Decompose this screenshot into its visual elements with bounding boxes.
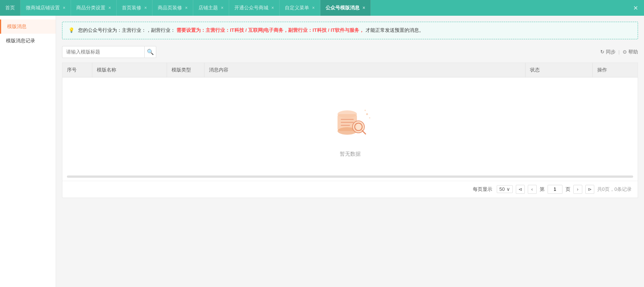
- page-size-select[interactable]: 50 ∨: [497, 185, 512, 193]
- sidebar: 模版消息 模版消息记录: [0, 16, 56, 287]
- tab-custom-menu-close[interactable]: ×: [312, 5, 315, 10]
- col-header-name: 模版名称: [92, 63, 167, 77]
- help-button[interactable]: ⊙ 帮助: [623, 49, 638, 55]
- sync-label: 同步: [606, 49, 616, 55]
- page-number-input[interactable]: [548, 185, 563, 194]
- tab-home-label: 首页: [5, 4, 15, 11]
- total-info: 共0页，0条记录: [597, 186, 632, 193]
- notice-box: 💡 您的公众号行业为：主营行业：，副营行业： 需要设置为：主营行业：IT科技 /…: [62, 22, 638, 39]
- sidebar-item-template-record[interactable]: 模版消息记录: [0, 34, 56, 48]
- tab-open-mall-close[interactable]: ×: [271, 5, 274, 10]
- notice-suffix: 才能正常发送预置的消息。: [366, 27, 424, 33]
- tab-open-mall[interactable]: 开通公众号商城 ×: [229, 0, 280, 16]
- help-icon: ⊙: [623, 49, 627, 55]
- scrollbar-area[interactable]: [62, 172, 638, 181]
- svg-point-11: [364, 110, 366, 111]
- tab-store-settings-label: 微商城店铺设置: [26, 4, 60, 11]
- tab-category-settings[interactable]: 商品分类设置 ×: [71, 0, 117, 16]
- svg-line-8: [362, 131, 366, 134]
- search-bar: 🔍 ↻ 同步 | ⊙ 帮助: [62, 46, 638, 58]
- tab-home-decor-close[interactable]: ×: [144, 5, 147, 10]
- tab-home[interactable]: 首页: [0, 0, 21, 16]
- table-header: 序号 模版名称 模版类型 消息内容 状态 操作: [62, 63, 638, 77]
- main-layout: 模版消息 模版消息记录 💡 您的公众号行业为：主营行业：，副营行业： 需要设置为…: [0, 16, 644, 287]
- sync-icon: ↻: [600, 49, 604, 55]
- tab-store-settings[interactable]: 微商城店铺设置 ×: [21, 0, 71, 16]
- search-right: ↻ 同步 | ⊙ 帮助: [600, 49, 638, 55]
- sidebar-item-template-message-label: 模版消息: [7, 24, 27, 29]
- page-unit: 页: [566, 186, 570, 193]
- empty-state: 暂无数据: [62, 77, 638, 172]
- search-input[interactable]: [62, 46, 144, 58]
- tab-custom-menu[interactable]: 自定义菜单 ×: [280, 0, 320, 16]
- tab-home-decor[interactable]: 首页装修 ×: [117, 0, 152, 16]
- empty-text: 暂无数据: [340, 151, 361, 158]
- tab-store-theme[interactable]: 店铺主题 ×: [193, 0, 229, 16]
- tab-store-theme-label: 店铺主题: [198, 4, 218, 11]
- page-label-first: 第: [540, 186, 545, 193]
- sidebar-item-template-record-label: 模版消息记录: [6, 38, 35, 43]
- sidebar-item-template-message[interactable]: 模版消息: [0, 19, 56, 34]
- tab-product-decor-label: 商品页装修: [158, 4, 182, 11]
- tab-store-theme-close[interactable]: ×: [221, 5, 224, 10]
- empty-illustration: [328, 100, 373, 145]
- search-button[interactable]: 🔍: [144, 46, 156, 58]
- divider: |: [619, 49, 620, 55]
- first-page-button[interactable]: ⊲: [516, 185, 525, 194]
- col-header-type: 模版类型: [167, 63, 204, 77]
- search-left: 🔍: [62, 46, 156, 58]
- tab-bar: 首页 微商城店铺设置 × 商品分类设置 × 首页装修 × 商品页装修 × 店铺主…: [0, 0, 644, 16]
- next-page-button[interactable]: ›: [573, 185, 582, 194]
- pagination: 每页显示 50 ∨ ⊲ ‹ 第 页 › ⊳ 共0页，0条记录: [62, 181, 638, 198]
- tab-category-settings-close[interactable]: ×: [108, 5, 111, 10]
- sync-button[interactable]: ↻ 同步: [600, 49, 616, 55]
- prev-page-button[interactable]: ‹: [528, 185, 537, 194]
- col-header-content: 消息内容: [204, 63, 526, 77]
- search-icon: 🔍: [147, 49, 154, 55]
- tab-home-decor-label: 首页装修: [122, 4, 141, 11]
- tab-category-settings-label: 商品分类设置: [76, 4, 105, 11]
- last-page-button[interactable]: ⊳: [585, 185, 594, 194]
- page-size-dropdown-icon: ∨: [506, 186, 510, 192]
- tab-product-decor-close[interactable]: ×: [185, 5, 188, 10]
- col-header-seq: 序号: [62, 63, 92, 77]
- tab-product-decor[interactable]: 商品页装修 ×: [152, 0, 193, 16]
- svg-point-9: [366, 113, 368, 115]
- page-size-value: 50: [499, 186, 505, 192]
- notice-prefix: 您的公众号行业为：主营行业：，副营行业：: [78, 27, 175, 33]
- bulb-icon: 💡: [68, 27, 74, 33]
- tab-template-message-label: 公众号模版消息: [326, 4, 360, 11]
- svg-point-10: [369, 117, 370, 119]
- tab-bar-close-all[interactable]: ✕: [627, 4, 644, 12]
- tab-open-mall-label: 开通公众号商城: [234, 4, 268, 11]
- data-table: 序号 模版名称 模版类型 消息内容 状态 操作: [62, 62, 638, 198]
- content-area: 💡 您的公众号行业为：主营行业：，副营行业： 需要设置为：主营行业：IT科技 /…: [56, 16, 644, 287]
- page-size-label: 每页显示: [473, 186, 492, 193]
- tab-template-message[interactable]: 公众号模版消息 ×: [320, 0, 371, 16]
- col-header-status: 状态: [526, 63, 593, 77]
- col-header-action: 操作: [593, 63, 638, 77]
- notice-highlight: 需要设置为：主营行业：IT科技 / 互联网|电子商务，副营行业：IT科技 / I…: [176, 27, 364, 33]
- tab-template-message-close[interactable]: ×: [363, 5, 365, 10]
- help-label: 帮助: [628, 49, 638, 55]
- horizontal-scrollbar[interactable]: [67, 175, 633, 178]
- tab-store-settings-close[interactable]: ×: [63, 5, 65, 10]
- tab-custom-menu-label: 自定义菜单: [285, 4, 309, 11]
